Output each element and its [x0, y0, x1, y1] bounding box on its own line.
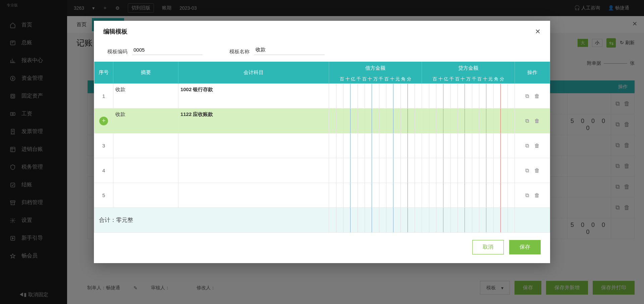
- debit-cell[interactable]: [329, 84, 422, 109]
- add-row-button[interactable]: +: [99, 117, 108, 125]
- template-name-label: 模板名称: [229, 49, 250, 55]
- row-actions: ⧉🗑: [515, 158, 550, 183]
- subject-cell[interactable]: 1002 银行存款: [178, 84, 329, 109]
- summary-cell[interactable]: [113, 183, 178, 208]
- row-index: +: [94, 109, 113, 133]
- total-label: 合计：零元整: [94, 208, 329, 233]
- modal-close-icon[interactable]: ✕: [535, 27, 541, 36]
- subject-cell[interactable]: [178, 133, 329, 158]
- debit-cell[interactable]: [329, 183, 422, 208]
- row-actions: ⧉🗑: [515, 183, 550, 208]
- table-row[interactable]: 5⧉🗑: [94, 183, 550, 208]
- col-action: 操作: [515, 62, 550, 84]
- debit-cell[interactable]: [329, 158, 422, 183]
- col-debit: 借方金额: [329, 62, 422, 75]
- col-index: 序号: [94, 62, 113, 84]
- row-actions: ⧉🗑: [515, 109, 550, 133]
- subject-cell[interactable]: [178, 158, 329, 183]
- delete-icon[interactable]: 🗑: [534, 192, 540, 198]
- subject-cell[interactable]: 1122 应收账款: [178, 109, 329, 133]
- save-button[interactable]: 保存: [509, 240, 541, 254]
- credit-digits-header: 百 十 亿 千 百 十 万 千 百 十 元 角 分: [422, 75, 515, 84]
- credit-cell[interactable]: [422, 158, 515, 183]
- modal-title: 编辑模板: [103, 27, 127, 36]
- cancel-button[interactable]: 取消: [472, 240, 504, 254]
- summary-cell[interactable]: [113, 133, 178, 158]
- row-index: 1: [94, 84, 113, 109]
- copy-icon[interactable]: ⧉: [525, 168, 529, 174]
- delete-icon[interactable]: 🗑: [534, 168, 540, 174]
- table-row[interactable]: +收款1122 应收账款⧉🗑: [94, 109, 550, 133]
- credit-cell[interactable]: [422, 183, 515, 208]
- summary-cell[interactable]: 收款: [113, 84, 178, 109]
- row-index: 4: [94, 158, 113, 183]
- template-table: 序号 摘要 会计科目 借方金额 贷方金额 操作 百 十 亿 千 百 十 万 千 …: [94, 62, 550, 233]
- delete-icon[interactable]: 🗑: [534, 93, 540, 99]
- row-index: 3: [94, 133, 113, 158]
- col-subject: 会计科目: [178, 62, 329, 84]
- debit-cell[interactable]: [329, 109, 422, 133]
- delete-icon[interactable]: 🗑: [534, 143, 540, 149]
- template-code-input[interactable]: [132, 45, 203, 55]
- credit-cell[interactable]: [422, 84, 515, 109]
- debit-digits-header: 百 十 亿 千 百 十 万 千 百 十 元 角 分: [329, 75, 422, 84]
- table-row[interactable]: 4⧉🗑: [94, 158, 550, 183]
- total-debit: [329, 208, 422, 233]
- credit-cell[interactable]: [422, 109, 515, 133]
- row-actions: ⧉🗑: [515, 133, 550, 158]
- summary-cell[interactable]: 收款: [113, 109, 178, 133]
- summary-cell[interactable]: [113, 158, 178, 183]
- total-credit: [422, 208, 515, 233]
- copy-icon[interactable]: ⧉: [525, 192, 529, 198]
- credit-cell[interactable]: [422, 133, 515, 158]
- debit-cell[interactable]: [329, 133, 422, 158]
- copy-icon[interactable]: ⧉: [525, 93, 529, 99]
- copy-icon[interactable]: ⧉: [525, 118, 529, 124]
- table-row[interactable]: 3⧉🗑: [94, 133, 550, 158]
- row-index: 5: [94, 183, 113, 208]
- col-summary: 摘要: [113, 62, 178, 84]
- copy-icon[interactable]: ⧉: [525, 143, 529, 149]
- edit-template-modal: 编辑模板 ✕ 模板编码 模板名称 序号 摘要 会计科目 借方金额 贷: [94, 21, 550, 263]
- col-credit: 贷方金额: [422, 62, 515, 75]
- delete-icon[interactable]: 🗑: [534, 118, 540, 124]
- template-code-label: 模板编码: [107, 49, 127, 55]
- template-name-input[interactable]: [254, 45, 325, 55]
- table-row[interactable]: 1收款1002 银行存款⧉🗑: [94, 84, 550, 109]
- row-actions: ⧉🗑: [515, 84, 550, 109]
- subject-cell[interactable]: [178, 183, 329, 208]
